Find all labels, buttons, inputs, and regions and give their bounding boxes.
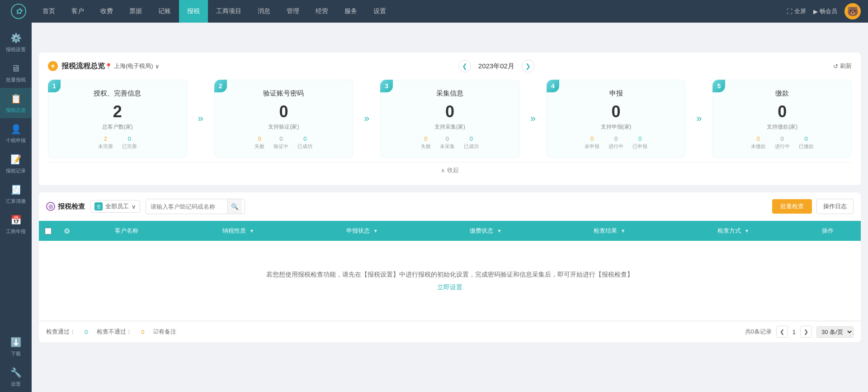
step-1-num: 1 — [48, 80, 61, 92]
customer-name-col: 客户名称 — [77, 221, 176, 241]
empty-state: 若您想使用报税检查功能，请先在【报税设置】中进行报税的初始化设置，完成密码验证和… — [44, 241, 855, 320]
avatar[interactable]: 🐻 — [844, 3, 861, 19]
step-2-stat-0[interactable]: 0 失败 — [255, 135, 264, 150]
step-4-stat-1[interactable]: 0 进行中 — [609, 135, 623, 150]
sidebar-item-personal-tax[interactable]: 👤 个税申报 — [0, 118, 32, 148]
search-input[interactable] — [146, 201, 227, 212]
setup-link[interactable]: 立即设置 — [437, 283, 462, 291]
step-4-stat-0[interactable]: 0 未申报 — [585, 135, 599, 150]
step-2-subtitle: 支持验证(家) — [222, 123, 346, 131]
nav-accounting[interactable]: 记账 — [150, 0, 179, 23]
pay-status-filter-icon[interactable]: ▼ — [497, 228, 502, 234]
nav-operation[interactable]: 经营 — [307, 0, 336, 23]
check-method-filter-icon[interactable]: ▼ — [744, 228, 749, 234]
location-tag[interactable]: 📍 上海(电子税局) ∨ — [105, 62, 160, 70]
step-3-num: 3 — [380, 80, 393, 92]
refresh-icon: ↺ — [833, 63, 838, 70]
empty-msg: 若您想使用报税检查功能，请先在【报税设置】中进行报税的初始化设置，完成密码验证和… — [53, 268, 846, 281]
tax-check-title: ◎ 报税检查 — [46, 202, 85, 211]
check-result-filter-icon[interactable]: ▼ — [621, 228, 626, 234]
sidebar-item-download[interactable]: ⬇️ 下载 — [0, 331, 32, 362]
step-3-stat-2-num: 0 — [470, 135, 473, 142]
step-5-stat-0[interactable]: 0 未缴款 — [751, 135, 766, 150]
check-method-col: 检查方式 ▼ — [671, 221, 795, 241]
check-result-col: 检查结果 ▼ — [547, 221, 671, 241]
top-nav: ✿ 首页 客户 收费 票据 记账 报税 工商项目 消息 管理 经营 服务 设置 … — [0, 0, 868, 23]
nav-manage[interactable]: 管理 — [278, 0, 307, 23]
step-5-stat-1[interactable]: 0 进行中 — [775, 135, 790, 150]
prev-month-button[interactable]: ❮ — [458, 60, 471, 72]
step-4-stat-2-num: 0 — [638, 135, 642, 142]
step-4-stat-1-num: 0 — [614, 135, 618, 142]
sidebar-item-tax-settings[interactable]: ⚙️ 报税设置 — [0, 27, 32, 57]
step-2-stat-2-num: 0 — [303, 135, 307, 142]
step-3-stat-0-label: 失败 — [421, 143, 431, 150]
next-page-button[interactable]: ❯ — [800, 326, 812, 338]
header-right-btns: 批量检查 操作日志 — [772, 199, 854, 214]
nav-home[interactable]: 首页 — [34, 0, 63, 23]
gear-icon[interactable]: ⚙ — [64, 227, 70, 235]
nav-message[interactable]: 消息 — [250, 0, 278, 23]
employee-select[interactable]: 全 全部员工 ∨ — [90, 200, 140, 213]
sidebar-item-settings[interactable]: 🔧 设置 — [0, 362, 32, 392]
step-4-subtitle: 支持申报(家) — [554, 123, 678, 131]
step-1-card: 1 授权、完善信息 2 总客户数(家) 2 未完善 0 已完善 — [48, 80, 187, 158]
fullscreen-label: 全屏 — [794, 7, 806, 15]
refresh-button[interactable]: ↺ 刷新 — [833, 62, 852, 70]
data-table: ⚙ 客户名称 纳税性质 ▼ 申报状态 ▼ — [39, 221, 861, 321]
pay-status-col: 缴费状态 ▼ — [424, 221, 548, 241]
nav-business[interactable]: 工商项目 — [208, 0, 250, 23]
step-3-stat-2[interactable]: 0 已成功 — [464, 135, 479, 150]
settings-icon: 🔧 — [9, 366, 22, 379]
next-month-button[interactable]: ❯ — [522, 60, 534, 72]
sidebar-item-batch-tax[interactable]: 🖥 批量报税 — [0, 57, 32, 88]
fail-count[interactable]: 0 — [141, 329, 144, 335]
sidebar-label-settlement: 汇算清缴 — [6, 198, 26, 205]
overview-card: + 报税流程总览 📍 上海(电子税局) ∨ ❮ 2023年02月 ❯ ↺ 刷新 — [39, 53, 861, 185]
step-3-stat-1[interactable]: 0 未采集 — [440, 135, 455, 150]
nav-fee[interactable]: 收费 — [92, 0, 121, 23]
logo[interactable]: ✿ — [7, 0, 30, 23]
declare-status-filter-icon[interactable]: ▼ — [373, 228, 378, 234]
collapse-button[interactable]: ∧ 收起 — [48, 162, 852, 178]
arrow-4: » — [685, 113, 712, 124]
select-all-checkbox[interactable] — [45, 228, 52, 234]
page-size-select[interactable]: 30 条/页 — [816, 326, 854, 338]
sidebar-item-settlement[interactable]: 🧾 汇算清缴 — [0, 179, 32, 209]
step-5-count: 0 — [720, 102, 844, 121]
step-4-stat-0-label: 未申报 — [585, 143, 599, 150]
step-3-title: 采集信息 — [388, 89, 512, 98]
member-button[interactable]: ▶ 畅会员 — [813, 7, 837, 15]
nav-service[interactable]: 服务 — [336, 0, 365, 23]
tax-nature-filter-icon[interactable]: ▼ — [249, 228, 254, 234]
nav-settings[interactable]: 设置 — [365, 0, 394, 23]
step-3-stat-1-num: 0 — [446, 135, 449, 142]
search-button[interactable]: 🔍 — [227, 199, 242, 214]
empty-row: 若您想使用报税检查功能，请先在【报税设置】中进行报税的初始化设置，完成密码验证和… — [39, 241, 861, 321]
step-5-title: 缴款 — [720, 89, 844, 98]
main-content: + 报税流程总览 📍 上海(电子税局) ∨ ❮ 2023年02月 ❯ ↺ 刷新 — [32, 45, 868, 392]
personal-tax-icon: 👤 — [9, 123, 22, 135]
nav-items: 首页 客户 收费 票据 记账 报税 工商项目 消息 管理 经营 服务 设置 — [34, 0, 787, 23]
batch-check-button[interactable]: 批量检查 — [772, 199, 812, 214]
pass-count[interactable]: 0 — [85, 329, 88, 335]
nav-customer[interactable]: 客户 — [63, 0, 92, 23]
first-page-button[interactable]: ❮ — [776, 326, 788, 338]
step-4-stat-2[interactable]: 0 已申报 — [632, 135, 647, 150]
step-4-stat-1-label: 进行中 — [609, 143, 623, 150]
fullscreen-button[interactable]: ⛶ 全屏 — [787, 7, 806, 15]
sidebar-item-tax-record[interactable]: 📝 报税记录 — [0, 148, 32, 179]
step-5-stat-2[interactable]: 0 已缴款 — [799, 135, 814, 150]
nav-tax[interactable]: 报税 — [179, 0, 208, 23]
step-2-stat-1[interactable]: 0 验证中 — [274, 135, 288, 150]
nav-invoice[interactable]: 票据 — [121, 0, 150, 23]
step-1-stat-1[interactable]: 0 已完善 — [122, 135, 137, 150]
step-1-stat-0[interactable]: 2 未完善 — [98, 135, 113, 150]
sidebar-item-annual-report[interactable]: 📅 工商年报 — [0, 209, 32, 239]
tax-record-icon: 📝 — [9, 153, 22, 166]
tax-check-header: ◎ 报税检查 全 全部员工 ∨ 🔍 批量检查 操作日志 — [39, 192, 861, 221]
op-log-button[interactable]: 操作日志 — [816, 199, 854, 214]
step-2-stat-2[interactable]: 0 已成功 — [297, 135, 312, 150]
step-3-stat-0[interactable]: 0 失败 — [421, 135, 431, 150]
sidebar-item-overview[interactable]: 📋 报税总览 — [0, 88, 32, 118]
